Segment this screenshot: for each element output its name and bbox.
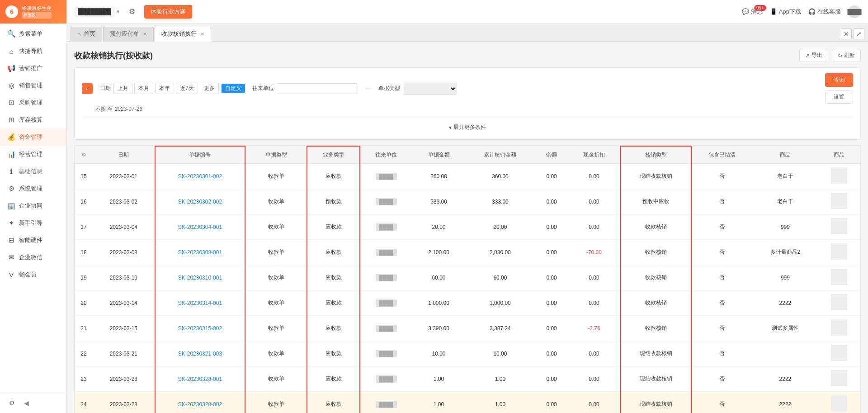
sidebar-item-member[interactable]: V畅会员 xyxy=(0,266,66,283)
tab-prepay[interactable]: 预付应付单 ✕ xyxy=(103,27,154,41)
tab-receipt-verify[interactable]: 收款核销执行 ✕ xyxy=(155,27,211,42)
sidebar-item-marketing[interactable]: 📢营销推广 xyxy=(0,60,66,77)
filter-toggle-btn[interactable]: » xyxy=(82,83,93,94)
cell-partner: ████ xyxy=(360,366,412,392)
cell-goods: 老白干 xyxy=(752,189,818,214)
topbar-gear-icon[interactable]: ⚙ xyxy=(125,5,139,19)
sidebar-basic-label: 基础信息 xyxy=(19,167,42,176)
filter-more-btn[interactable]: 更多 xyxy=(200,83,219,94)
tab-close-btn[interactable]: ✕ xyxy=(841,28,852,39)
filter-row-1: » 日期 上月 本月 本年 近7天 更多 自定义 xyxy=(82,73,853,104)
sidebar-quick-nav-label: 快捷导航 xyxy=(19,47,42,55)
tab-prepay-close[interactable]: ✕ xyxy=(143,31,147,37)
refresh-btn[interactable]: ↻ 刷新 xyxy=(832,49,861,62)
cell-date: 2023-03-02 xyxy=(93,189,155,214)
bill-no-link[interactable]: SK-20230308-001 xyxy=(178,249,222,256)
filter-this-year-btn[interactable]: 本年 xyxy=(155,83,174,94)
sidebar-item-hardware[interactable]: ⊟智能硬件 xyxy=(0,232,66,249)
cell-verify-amount: 1.00 xyxy=(466,366,535,392)
filter-settings-btn[interactable]: 设置 xyxy=(825,90,853,104)
sidebar-item-operations[interactable]: 📊经营管理 xyxy=(0,146,66,163)
cell-verify-type: 收款核销 xyxy=(620,265,691,290)
support-btn[interactable]: 🎧 在线客服 xyxy=(808,8,841,16)
sidebar-item-enterprise[interactable]: 🏢企业协同 xyxy=(0,197,66,214)
user-avatar[interactable]: ████ xyxy=(848,5,861,18)
cell-amount: 10.00 xyxy=(412,341,465,366)
company-name: ████████ xyxy=(74,6,115,17)
tab-expand-btn[interactable]: ⤢ xyxy=(854,28,864,39)
cell-cash-discount: 0.00 xyxy=(568,189,620,214)
message-badge: 99+ xyxy=(754,5,766,11)
tab-home[interactable]: ⌂ 首页 xyxy=(71,27,102,41)
bill-no-link[interactable]: SK-20230328-002 xyxy=(178,401,222,408)
collapse-btn[interactable]: ◀ xyxy=(20,397,33,409)
filter-custom-btn[interactable]: 自定义 xyxy=(222,84,245,93)
sidebar-item-inventory[interactable]: ⊞库存核算 xyxy=(0,111,66,128)
col-bill-type: 单据类型 xyxy=(245,146,307,164)
cell-cash-discount: -2.76 xyxy=(568,316,620,341)
bill-no-link[interactable]: SK-20230315-002 xyxy=(178,325,222,332)
filter-bill-type-select[interactable] xyxy=(403,83,457,95)
cell-amount: 2,100.00 xyxy=(412,240,465,265)
filter-bill-type-label: 单据类型 xyxy=(378,85,400,92)
cell-bill-type: 收款单 xyxy=(245,189,307,214)
cell-goods2 xyxy=(818,341,860,366)
bill-no-link[interactable]: SK-20230328-001 xyxy=(178,376,222,382)
settings-footer-btn[interactable]: ⚙ xyxy=(5,397,18,409)
cell-include-settled: 否 xyxy=(691,316,752,341)
cell-include-settled: 否 xyxy=(691,341,752,366)
sidebar-item-guide[interactable]: ✦新手引导 xyxy=(0,214,66,232)
table-row: 24 2023-03-28 SK-20230328-002 收款单 应收款 ██… xyxy=(75,392,860,413)
sidebar-item-search[interactable]: 🔍搜索菜单 xyxy=(0,25,66,43)
filter-7days-btn[interactable]: 近7天 xyxy=(176,83,198,94)
sidebar-marketing-icon: 📢 xyxy=(7,64,15,72)
company-chevron-icon: ▾ xyxy=(117,8,120,15)
col-balance: 余额 xyxy=(535,146,568,164)
sidebar-sales-label: 销售管理 xyxy=(19,81,42,90)
cell-biz-type: 预收款 xyxy=(307,189,360,214)
solution-btn[interactable]: 体验行业方案 xyxy=(144,5,192,19)
cell-bill-type: 收款单 xyxy=(245,366,307,392)
filter-last-month-btn[interactable]: 上月 xyxy=(113,83,132,94)
company-selector[interactable]: ████████ ▾ xyxy=(74,6,120,17)
bill-no-link[interactable]: SK-20230304-001 xyxy=(178,224,222,230)
cell-include-settled: 否 xyxy=(691,214,752,240)
bill-no-link[interactable]: SK-20230321-003 xyxy=(178,351,222,357)
filter-this-month-btn[interactable]: 本月 xyxy=(134,83,153,94)
tab-receipt-verify-close[interactable]: ✕ xyxy=(200,31,204,37)
bill-no-link[interactable]: SK-20230301-002 xyxy=(178,173,222,180)
cell-bill-no: SK-20230308-001 xyxy=(155,240,245,265)
cell-cash-discount: 0.00 xyxy=(568,290,620,316)
logo-title: 畅康道好生意 xyxy=(22,5,52,12)
sidebar-item-wechat[interactable]: ✉企业微信 xyxy=(0,249,66,266)
sidebar-item-purchase[interactable]: ⊡采购管理 xyxy=(0,94,66,111)
cell-bill-type: 收款单 xyxy=(245,265,307,290)
col-settings-icon[interactable]: ⚙ xyxy=(79,150,88,159)
filter-query-btn[interactable]: 查询 xyxy=(825,73,853,87)
cell-no: 20 xyxy=(75,290,93,316)
sidebar-item-finance[interactable]: 💰资金管理 xyxy=(0,128,66,146)
export-btn[interactable]: ↗ 导出 xyxy=(799,49,828,62)
cell-goods xyxy=(752,341,818,366)
sidebar-item-sales[interactable]: ◎销售管理 xyxy=(0,77,66,94)
cell-partner: ████ xyxy=(360,392,412,413)
filter-partner-input[interactable] xyxy=(277,83,358,94)
cell-goods: 测试多属性 xyxy=(752,316,818,341)
cell-no: 21 xyxy=(75,316,93,341)
cell-balance: 0.00 xyxy=(535,392,568,413)
bill-no-link[interactable]: SK-20230314-001 xyxy=(178,300,222,306)
cell-date: 2023-03-08 xyxy=(93,240,155,265)
app-download-btn[interactable]: 📱 App下载 xyxy=(770,8,801,16)
filter-expand-btn[interactable]: ▾ 展开更多条件 xyxy=(446,121,489,134)
cell-no: 17 xyxy=(75,214,93,240)
sidebar-item-basic[interactable]: ℹ基础信息 xyxy=(0,163,66,180)
sidebar-item-system[interactable]: ⚙系统管理 xyxy=(0,180,66,197)
cell-goods: 老白干 xyxy=(752,164,818,189)
cell-include-settled: 否 xyxy=(691,392,752,413)
bill-no-link[interactable]: SK-20230302-002 xyxy=(178,199,222,205)
bill-no-link[interactable]: SK-20230310-001 xyxy=(178,275,222,281)
sidebar-item-quick-nav[interactable]: ⌂快捷导航 xyxy=(0,43,66,60)
cell-partner: ████ xyxy=(360,290,412,316)
sidebar-guide-icon: ✦ xyxy=(7,219,15,227)
message-btn[interactable]: 💬 消息 99+ xyxy=(742,8,763,16)
